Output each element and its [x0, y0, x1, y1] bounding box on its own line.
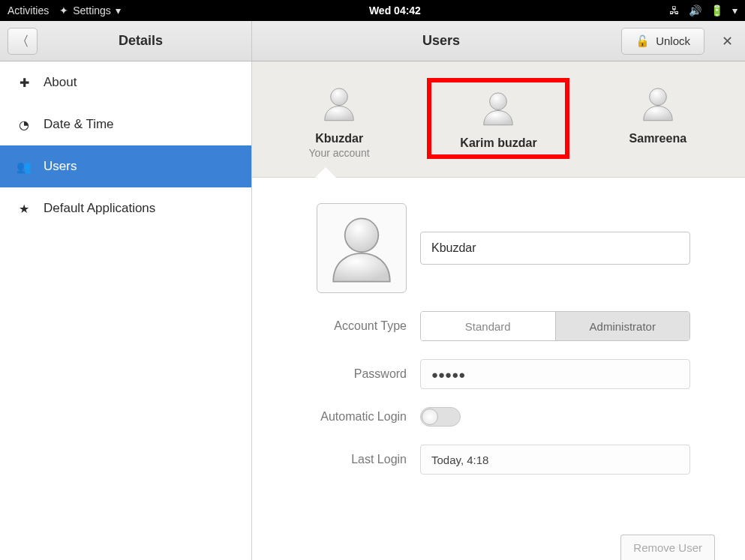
auto-login-toggle[interactable] [420, 407, 461, 427]
battery-icon[interactable]: 🔋 [710, 4, 723, 16]
users-icon: 👥 [17, 160, 32, 174]
close-button[interactable]: ✕ [718, 33, 736, 49]
last-login-label: Last Login [287, 453, 407, 466]
user-name: Samreena [629, 132, 687, 145]
star-icon: ★ [17, 202, 32, 216]
settings-icon: ✦ [59, 4, 68, 16]
user-card[interactable]: Karim buzdar [427, 78, 569, 159]
gnome-topbar: Activities ✦ Settings ▾ Wed 04:42 🖧 🔊 🔋 … [0, 0, 745, 21]
chevron-left-icon: 〈 [16, 32, 29, 50]
avatar-icon [320, 207, 403, 289]
account-type-standard[interactable]: Standard [421, 312, 556, 340]
clock[interactable]: Wed 04:42 [121, 4, 669, 16]
app-menu-label: Settings [73, 4, 111, 16]
last-login-value[interactable]: Today, 4:18 [420, 445, 690, 475]
full-name-input[interactable] [420, 232, 690, 265]
chevron-down-icon[interactable]: ▾ [732, 4, 737, 16]
account-type-label: Account Type [287, 319, 407, 333]
back-button[interactable]: 〈 [8, 28, 38, 55]
toggle-knob [422, 409, 438, 425]
panel-title: Users [261, 33, 621, 49]
user-list: Kbuzdar Your account Karim buzdar Samree… [252, 61, 745, 178]
headerbar: 〈 Details Users 🔓 Unlock ✕ [0, 21, 745, 61]
chevron-down-icon: ▾ [116, 4, 121, 16]
avatar-picker[interactable] [317, 203, 407, 293]
sidebar-item-default-apps[interactable]: ★ Default Applications [0, 187, 251, 229]
password-field[interactable]: ●●●●● [420, 359, 690, 389]
panel-title-left: Details [38, 33, 244, 49]
sidebar-item-label: About [44, 75, 77, 90]
avatar-icon [318, 82, 360, 124]
unlock-button[interactable]: 🔓 Unlock [621, 28, 704, 55]
network-icon[interactable]: 🖧 [669, 4, 680, 16]
user-card-current[interactable]: Kbuzdar Your account [268, 78, 410, 163]
user-subtitle: Your account [309, 147, 370, 159]
close-icon: ✕ [722, 34, 733, 49]
activities-label: Activities [8, 4, 49, 16]
account-type-segmented: Standard Administrator [420, 311, 690, 341]
sidebar-item-label: Default Applications [44, 201, 155, 216]
sidebar-item-label: Date & Time [44, 117, 114, 132]
user-name: Kbuzdar [315, 132, 363, 145]
auto-login-label: Automatic Login [287, 410, 407, 424]
sidebar-item-about[interactable]: ✚ About [0, 61, 251, 103]
user-name: Karim buzdar [460, 136, 536, 150]
sidebar-item-label: Users [44, 159, 77, 174]
volume-icon[interactable]: 🔊 [689, 4, 701, 16]
avatar-icon [637, 82, 679, 124]
selection-pointer [315, 167, 336, 178]
lock-open-icon: 🔓 [635, 34, 650, 48]
user-settings-form: Account Type Standard Administrator Pass… [252, 178, 745, 475]
account-type-admin[interactable]: Administrator [556, 312, 690, 340]
remove-user-button[interactable]: Remove User [620, 535, 715, 560]
sidebar-item-users[interactable]: 👥 Users [0, 145, 251, 187]
clock-icon: ◔ [17, 118, 32, 132]
avatar-icon [477, 87, 519, 129]
settings-sidebar: ✚ About ◔ Date & Time 👥 Users ★ Default … [0, 61, 252, 560]
app-menu[interactable]: ✦ Settings ▾ [59, 4, 121, 16]
unlock-label: Unlock [656, 34, 690, 47]
users-panel: Kbuzdar Your account Karim buzdar Samree… [252, 61, 745, 560]
plus-icon: ✚ [17, 76, 32, 90]
sidebar-item-datetime[interactable]: ◔ Date & Time [0, 103, 251, 145]
user-card[interactable]: Samreena [587, 78, 729, 150]
activities-button[interactable]: Activities [8, 4, 49, 16]
password-label: Password [287, 367, 407, 381]
